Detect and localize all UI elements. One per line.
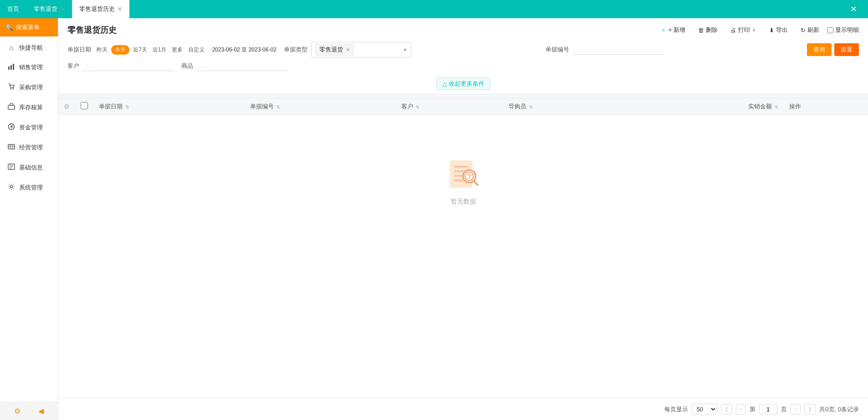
query-button[interactable]: 查询 <box>807 43 832 56</box>
type-select-arrow-icon: ▼ <box>403 47 407 52</box>
shortcut-1month[interactable]: 近1月 <box>151 45 169 55</box>
sidebar-item-label-purchase: 采购管理 <box>19 83 43 92</box>
filter-actions: 查询 设置 <box>807 43 859 56</box>
sidebar-item-finance[interactable]: ¥ 资金管理 <box>0 118 58 138</box>
toolbar: ＋ + 新增 🗑 删除 🖨 打印 ▼ ⬇ 导出 <box>656 24 859 36</box>
last-page-button[interactable]: ⟫ <box>804 404 816 415</box>
empty-state-row: ? 暂无数据 <box>58 115 868 243</box>
pagination-bar: 每页显示 50 10 20 100 ⟪ ‹ 第 1 页 › ⟫ 共0页, 0条记… <box>58 398 868 420</box>
sidebar-search[interactable]: 🔍 搜索菜单 <box>0 18 58 36</box>
sidebar-item-quick-nav[interactable]: ⌂ 快捷导航 <box>0 38 58 57</box>
table-header-checkbox <box>75 98 93 115</box>
delete-label: 删除 <box>706 26 718 34</box>
guide-sort-icon[interactable]: ⇅ <box>529 104 533 109</box>
customer-filter-input[interactable] <box>83 61 174 71</box>
sidebar-item-label-quick-nav: 快捷导航 <box>19 44 43 52</box>
purchase-icon <box>7 83 15 92</box>
page-input[interactable]: 1 <box>759 404 777 415</box>
tab-retail-return-close[interactable]: ✕ <box>60 6 65 12</box>
new-icon: ＋ <box>661 26 667 34</box>
goods-filter-input[interactable] <box>197 61 288 71</box>
table-body: ? 暂无数据 <box>58 115 868 243</box>
sidebar-item-system[interactable]: 系统管理 <box>0 178 58 198</box>
refresh-button[interactable]: ↻ 刷新 <box>796 24 824 36</box>
sidebar-search-label: 搜索菜单 <box>16 23 40 31</box>
select-all-checkbox[interactable] <box>81 102 88 109</box>
sidebar-item-label-inventory: 库存核算 <box>19 103 43 112</box>
export-button[interactable]: ⬇ 导出 <box>765 24 792 36</box>
goods-filter-label: 商品 <box>181 62 193 70</box>
shortcut-today[interactable]: 今天 <box>111 45 129 55</box>
filter-row-1: 单据日期 昨天 今天 近7天 近1月 更多 自定义 2023-06-02 至 2… <box>67 42 859 57</box>
show-detail-checkbox[interactable] <box>827 27 833 33</box>
tab-retail-return[interactable]: 零售退货 ✕ <box>26 0 72 18</box>
collapse-row: △ 收起更多条件 <box>67 75 859 90</box>
table-header-guide-label: 导购员 <box>508 103 526 110</box>
shortcut-7days[interactable]: 近7天 <box>131 45 149 55</box>
date-filter-label: 单据日期 <box>67 46 91 54</box>
new-button[interactable]: ＋ + 新增 <box>656 24 690 36</box>
export-label: 导出 <box>776 26 788 34</box>
table-header-amount-label: 实销金额 <box>748 103 772 110</box>
settings-button[interactable]: 设置 <box>834 43 859 56</box>
sidebar-item-sales[interactable]: 销售管理 <box>0 57 58 77</box>
sidebar-item-label-basic-info: 基础信息 <box>19 164 43 172</box>
svg-rect-5 <box>8 105 15 109</box>
number-filter-label: 单据编号 <box>545 46 569 54</box>
tab-retail-return-history-label: 零售退货历史 <box>79 5 115 13</box>
main-layout: 🔍 搜索菜单 ⌂ 快捷导航 销售管理 <box>0 18 868 420</box>
sidebar-item-inventory[interactable]: 库存核算 <box>0 97 58 118</box>
prev-page-button[interactable]: ‹ <box>736 404 746 415</box>
type-tag-label: 零售退货 <box>319 46 343 54</box>
table-header-customer: 客户 ⇅ <box>396 98 503 115</box>
next-page-button[interactable]: › <box>791 404 801 415</box>
delete-button[interactable]: 🗑 删除 <box>693 24 722 36</box>
new-label: + 新增 <box>668 26 685 34</box>
content-area: 零售退货历史 ＋ + 新增 🗑 删除 🖨 打印 ▼ <box>58 18 868 420</box>
tab-list: 首页 零售退货 ✕ 零售退货历史 ✕ <box>0 0 843 18</box>
tab-retail-return-history[interactable]: 零售退货历史 ✕ <box>72 0 129 18</box>
table-header-guide: 导购员 ⇅ <box>503 98 632 115</box>
filter-goods-item: 商品 <box>181 61 288 71</box>
sidebar-item-label-sales: 销售管理 <box>19 63 43 72</box>
number-sort-icon[interactable]: ⇅ <box>276 104 280 109</box>
filter-date-item: 单据日期 昨天 今天 近7天 近1月 更多 自定义 2023-06-02 至 2… <box>67 45 277 55</box>
type-tag-retail-return: 零售退货 ✕ <box>315 44 354 56</box>
shortcut-yesterday[interactable]: 昨天 <box>95 45 109 55</box>
customer-sort-icon[interactable]: ⇅ <box>416 104 419 109</box>
sidebar-item-operation[interactable]: 经营管理 <box>0 138 58 158</box>
empty-illustration: ? <box>443 151 484 192</box>
per-page-select[interactable]: 50 10 20 100 <box>692 404 717 415</box>
first-page-button[interactable]: ⟪ <box>721 404 732 415</box>
sidebar-item-basic-info[interactable]: 基础信息 <box>0 158 58 178</box>
print-arrow-icon: ▼ <box>752 28 756 33</box>
collapse-button[interactable]: △ 收起更多条件 <box>437 77 490 90</box>
type-filter-label: 单据类型 <box>284 46 308 54</box>
settings-icon[interactable]: ⚙ <box>14 407 21 415</box>
table-header-action-label: 操作 <box>789 103 801 110</box>
type-select[interactable]: 零售退货 ✕ ▼ <box>311 42 411 57</box>
refresh-icon: ↻ <box>801 27 806 34</box>
table-settings-icon[interactable]: ⚙ <box>64 103 70 110</box>
home-icon: ⌂ <box>7 44 15 52</box>
sidebar-item-label-operation: 经营管理 <box>19 143 43 152</box>
amount-sort-icon[interactable]: ⇅ <box>775 104 778 109</box>
svg-text:¥: ¥ <box>10 123 14 130</box>
tab-home[interactable]: 首页 <box>0 0 26 18</box>
filter-type-item: 单据类型 零售退货 ✕ ▼ <box>284 42 538 57</box>
shortcut-custom[interactable]: 自定义 <box>186 45 206 55</box>
print-button[interactable]: 🖨 打印 ▼ <box>726 24 761 36</box>
sidebar-item-purchase[interactable]: 采购管理 <box>0 77 58 97</box>
export-icon: ⬇ <box>769 27 774 34</box>
collapse-sidebar-icon[interactable]: ◀ <box>38 407 44 415</box>
tab-retail-return-history-close[interactable]: ✕ <box>118 6 122 12</box>
number-filter-input[interactable] <box>573 45 664 55</box>
table-header-customer-label: 客户 <box>401 103 413 110</box>
page-header: 零售退货历史 ＋ + 新增 🗑 删除 🖨 打印 ▼ <box>58 18 868 94</box>
type-tag-close[interactable]: ✕ <box>346 47 350 53</box>
sidebar-footer: ⚙ ◀ <box>0 402 58 420</box>
date-sort-icon[interactable]: ⇅ <box>125 104 129 109</box>
window-close-icon[interactable]: ✕ <box>843 4 864 14</box>
type-select-inner: 零售退货 ✕ <box>315 44 401 56</box>
shortcut-more[interactable]: 更多 <box>170 45 185 55</box>
